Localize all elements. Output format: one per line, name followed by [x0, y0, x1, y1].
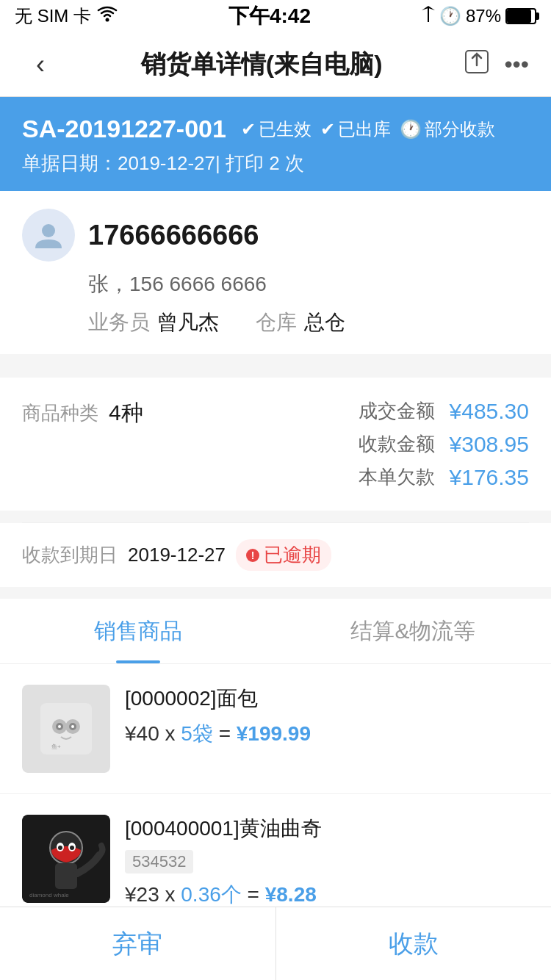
check-icon-2: ✔ — [320, 119, 335, 140]
warehouse: 仓库 总仓 — [256, 309, 345, 336]
location-icon — [422, 6, 435, 26]
bottom-bar: 弃审 收款 — [0, 907, 551, 980]
battery-icon — [505, 8, 536, 24]
tabs-section: 销售商品 结算&物流等 — [0, 599, 551, 664]
stats-right: 成交金额 ¥485.30 收款金额 ¥308.95 本单欠款 ¥176.35 — [359, 398, 529, 490]
order-header: SA-20191227-001 ✔ 已生效 ✔ 已出库 🕐 部分收款 单据日期：… — [0, 97, 551, 191]
status-time: 下午4:42 — [228, 2, 311, 30]
tab-products[interactable]: 销售商品 — [0, 599, 276, 663]
due-date-value: 2019-12-27 — [128, 544, 226, 566]
svg-point-16 — [58, 846, 62, 850]
product-name-2: [000400001]黄油曲奇 — [125, 815, 529, 843]
type-value: 4种 — [109, 398, 143, 428]
product-total-2: ¥8.28 — [265, 883, 317, 906]
customer-phone: 17666666666 — [88, 220, 259, 251]
table-row: 鱼+ [0000002]面包 ¥40 x 5袋 = ¥199.99 — [0, 664, 551, 794]
owed-value: ¥176.35 — [450, 465, 529, 490]
due-section: 收款到期日 2019-12-27 ! 已逾期 — [0, 523, 551, 587]
stats-left: 商品种类 4种 — [22, 398, 143, 428]
due-label: 收款到期日 — [22, 542, 118, 568]
amount-row-2: 收款金额 ¥308.95 — [359, 431, 529, 457]
nav-actions: ••• — [464, 49, 529, 80]
status-indicators: 🕐 87% — [422, 6, 536, 26]
svg-rect-18 — [55, 863, 77, 889]
product-info-1: [0000002]面包 ¥40 x 5袋 = ¥199.99 — [125, 685, 529, 748]
page-title: 销货单详情(来自电脑) — [141, 48, 383, 82]
customer-name: 张，156 6666 6666 — [88, 270, 529, 298]
svg-point-9 — [58, 725, 61, 728]
received-label: 收款金额 — [359, 431, 435, 457]
order-id: SA-20191227-001 — [22, 115, 226, 143]
status-effective: ✔ 已生效 — [241, 118, 311, 141]
stats-section: 商品种类 4种 成交金额 ¥485.30 收款金额 ¥308.95 本单欠款 ¥… — [0, 378, 551, 511]
tab-settlement[interactable]: 结算&物流等 — [276, 599, 551, 663]
product-name-1: [0000002]面包 — [125, 685, 529, 713]
amount-label: 成交金额 — [359, 398, 435, 424]
product-badge-2: 534532 — [125, 850, 193, 873]
svg-text:鱼+: 鱼+ — [51, 743, 61, 750]
status-shipped: ✔ 已出库 — [320, 118, 391, 141]
overdue-text: 已逾期 — [264, 542, 321, 568]
status-carrier: 无 SIM 卡 — [15, 4, 118, 28]
cancel-audit-button[interactable]: 弃审 — [0, 907, 276, 980]
svg-point-17 — [70, 846, 74, 850]
svg-point-0 — [106, 18, 109, 22]
overdue-badge: ! 已逾期 — [236, 539, 331, 571]
amount-row-3: 本单欠款 ¥176.35 — [359, 464, 529, 490]
battery-level: 87% — [466, 6, 501, 26]
avatar — [22, 209, 75, 262]
sales-person: 业务员 曾凡杰 — [88, 309, 219, 336]
product-price-1: ¥40 x 5袋 = ¥199.99 — [125, 720, 529, 748]
check-icon-1: ✔ — [241, 119, 256, 140]
product-qty-1: 5袋 — [181, 722, 213, 745]
overdue-dot-icon: ! — [246, 549, 259, 562]
tabs-row: 销售商品 结算&物流等 — [0, 599, 551, 664]
type-label: 商品种类 — [22, 400, 98, 426]
svg-point-10 — [71, 725, 74, 728]
more-button[interactable]: ••• — [504, 51, 529, 78]
product-info-2: [000400001]黄油曲奇 534532 ¥23 x 0.36个 = ¥8.… — [125, 815, 529, 909]
product-thumb-1: 鱼+ — [22, 685, 110, 773]
product-list: 鱼+ [0000002]面包 ¥40 x 5袋 = ¥199.99 — [0, 664, 551, 930]
order-date: 单据日期：2019-12-27| 打印 2 次 — [22, 151, 529, 176]
product-price-2: ¥23 x 0.36个 = ¥8.28 — [125, 881, 529, 909]
owed-label: 本单欠款 — [359, 464, 435, 490]
payment-button[interactable]: 收款 — [276, 907, 552, 980]
customer-meta: 业务员 曾凡杰 仓库 总仓 — [88, 309, 529, 336]
svg-point-3 — [42, 224, 55, 237]
status-tags: ✔ 已生效 ✔ 已出库 🕐 部分收款 — [241, 118, 495, 141]
back-button[interactable]: ‹ — [22, 46, 59, 83]
customer-section: 17666666666 张，156 6666 6666 业务员 曾凡杰 仓库 总… — [0, 191, 551, 354]
amount-row-1: 成交金额 ¥485.30 — [359, 398, 529, 424]
status-bar: 无 SIM 卡 下午4:42 🕐 87% — [0, 0, 551, 32]
clock-icon: 🕐 — [400, 119, 422, 140]
wifi-icon — [97, 6, 118, 26]
product-qty-2: 0.36个 — [181, 883, 242, 906]
product-total-1: ¥199.99 — [237, 722, 311, 745]
status-partial: 🕐 部分收款 — [400, 118, 495, 141]
received-value: ¥308.95 — [450, 432, 529, 457]
share-button[interactable] — [464, 49, 489, 80]
customer-top: 17666666666 — [22, 209, 529, 262]
carrier-text: 无 SIM 卡 — [15, 4, 91, 28]
amount-value: ¥485.30 — [450, 399, 529, 424]
nav-bar: ‹ 销货单详情(来自电脑) ••• — [0, 32, 551, 97]
product-thumb-2: diamond whale — [22, 815, 110, 903]
tab-underline — [116, 660, 160, 663]
svg-text:diamond whale: diamond whale — [29, 892, 69, 898]
stats-row: 商品种类 4种 成交金额 ¥485.30 收款金额 ¥308.95 本单欠款 ¥… — [22, 398, 529, 490]
divider-1 — [0, 366, 551, 378]
alarm-icon: 🕐 — [439, 6, 461, 26]
